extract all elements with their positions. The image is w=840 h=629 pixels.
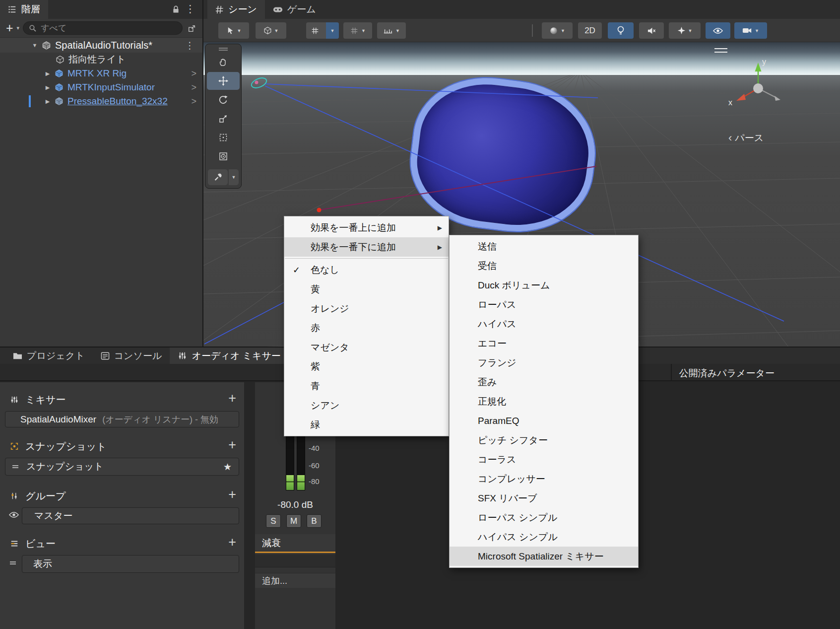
view-row[interactable]: 表示: [22, 555, 239, 573]
menu-color-magenta[interactable]: マゼンタ: [284, 338, 449, 357]
create-object-button[interactable]: +: [6, 22, 13, 34]
menu-color-cyan[interactable]: シアン: [284, 396, 449, 415]
eye-icon[interactable]: [9, 511, 19, 518]
effects-menu-item-distortion[interactable]: 歪み: [450, 372, 638, 392]
effects-menu-item-flange[interactable]: フランジ: [450, 353, 638, 372]
prefab-open-arrow[interactable]: >: [191, 96, 196, 107]
hierarchy-item-pressable-button[interactable]: ▶ PressableButton_32x32 >: [0, 94, 202, 108]
menu-color-blue[interactable]: 青: [284, 376, 449, 396]
effects-menu-item-pitch-shifter[interactable]: ピッチ シフター: [450, 430, 638, 450]
effects-menu-item-duck-volume[interactable]: Duck ボリューム: [450, 276, 638, 295]
effects-menu-item-sfx-reverb[interactable]: SFX リバーブ: [450, 489, 638, 508]
start-snapshot-star-icon[interactable]: ★: [223, 461, 232, 473]
palette-grip[interactable]: [205, 46, 241, 52]
tab-scene[interactable]: シーン: [207, 0, 265, 19]
grid-snap-dropdown[interactable]: ▼: [306, 22, 339, 39]
scale-tool-button[interactable]: [207, 110, 240, 128]
custom-tool-button[interactable]: [208, 169, 228, 185]
effects-menu-item-send[interactable]: 送信: [450, 237, 638, 256]
2d-toggle-button[interactable]: 2D: [578, 22, 602, 39]
foldout-closed-icon[interactable]: ▶: [45, 98, 51, 105]
hierarchy-item-label: 指向性ライト: [68, 53, 126, 66]
tab-console[interactable]: コンソール: [93, 348, 170, 364]
lighting-toggle-button[interactable]: [608, 22, 634, 39]
menu-color-green[interactable]: 緑: [284, 415, 449, 434]
tab-project[interactable]: プロジェクト: [5, 348, 93, 364]
snapshot-row[interactable]: スナップショット ★: [5, 458, 239, 476]
shading-mode-dropdown[interactable]: ▼: [542, 22, 573, 39]
transform-tool-button[interactable]: [207, 147, 240, 165]
effects-menu-item-lowpass-simple[interactable]: ローパス シンプル: [450, 508, 638, 527]
menu-color-red[interactable]: 赤: [284, 318, 449, 338]
hierarchy-search-input[interactable]: すべて: [23, 21, 183, 35]
viewport-overlay-menu-icon[interactable]: [714, 48, 727, 53]
menu-color-purple[interactable]: 紫: [284, 357, 449, 376]
bypass-button[interactable]: B: [307, 514, 322, 528]
move-tool-button[interactable]: [207, 72, 240, 90]
pick-window-icon[interactable]: [188, 24, 196, 33]
add-snapshot-button[interactable]: +: [228, 437, 236, 453]
hierarchy-item-mrtk-xr-rig[interactable]: ▶ MRTK XR Rig >: [0, 67, 202, 80]
menu-color-none[interactable]: ✓ 色なし: [284, 260, 449, 280]
effects-menu-item-microsoft-spatializer[interactable]: Microsoft Spatializer ミキサー: [450, 547, 638, 566]
scene-grid-icon: [215, 5, 224, 14]
rect-tool-button[interactable]: [207, 129, 240, 146]
effects-menu-item-compressor[interactable]: コンプレッサー: [450, 469, 638, 489]
custom-tool-caret[interactable]: ▼: [229, 169, 239, 185]
master-group-row[interactable]: マスター: [22, 507, 239, 524]
tab-audio-mixer[interactable]: オーディオ ミキサー: [170, 348, 288, 364]
attenuation-effect-slot[interactable]: 減衰: [255, 534, 335, 553]
effects-menu-item-parameq[interactable]: ParamEQ: [450, 411, 638, 430]
effects-menu-item-lowpass[interactable]: ローパス: [450, 295, 638, 314]
camera-settings-dropdown[interactable]: ▼: [734, 22, 767, 39]
selection-tool-dropdown[interactable]: ▼: [218, 22, 249, 39]
dropdown-caret-icon[interactable]: ▼: [326, 22, 339, 39]
menu-color-yellow[interactable]: 黄: [284, 280, 449, 299]
mixer-asset-row[interactable]: SpatialAudioMixer (オーディオ リスナー) - 無効: [5, 411, 239, 427]
add-view-button[interactable]: +: [228, 535, 236, 550]
tab-game[interactable]: ゲーム: [265, 0, 324, 19]
snap-increment-dropdown[interactable]: ▼: [377, 22, 406, 39]
grid-visibility-dropdown[interactable]: ▼: [343, 22, 372, 39]
pivot-mode-dropdown[interactable]: ▼: [256, 22, 286, 39]
scene-header-row[interactable]: ▼ SpatialAudioTutorials* ⋮: [0, 38, 202, 53]
add-effect-button[interactable]: 追加...: [255, 573, 335, 588]
gizmo-x-label[interactable]: x: [728, 98, 732, 107]
audio-source-gizmo[interactable]: [250, 76, 268, 90]
lock-icon[interactable]: [172, 5, 180, 13]
hierarchy-item-mrtk-input-simulator[interactable]: ▶ MRTKInputSimulator >: [0, 80, 202, 94]
hierarchy-item-directional-light[interactable]: 指向性ライト: [0, 53, 202, 67]
foldout-closed-icon[interactable]: ▶: [45, 70, 51, 77]
exposed-parameters-button[interactable]: 公開済みパラメーター: [679, 367, 775, 380]
create-object-caret-icon[interactable]: ▾: [17, 25, 20, 31]
menu-color-orange[interactable]: オレンジ: [284, 299, 449, 318]
hierarchy-kebab-icon[interactable]: ⋮: [185, 3, 195, 15]
meter-tick-80: -80: [309, 477, 320, 486]
add-mixer-button[interactable]: +: [228, 391, 236, 406]
rotate-tool-button[interactable]: [207, 91, 240, 109]
scene-kebab-icon[interactable]: ⋮: [185, 40, 194, 51]
solo-button[interactable]: S: [266, 514, 281, 528]
mute-button[interactable]: M: [286, 514, 301, 528]
menu-add-effect-bottom[interactable]: 効果を一番下に追加 ▶: [284, 237, 449, 257]
add-group-button[interactable]: +: [228, 487, 236, 502]
scene-visibility-toggle[interactable]: [706, 22, 730, 39]
tab-hierarchy[interactable]: 階層: [0, 0, 48, 19]
menu-add-effect-top[interactable]: 効果を一番上に追加 ▶: [284, 218, 449, 237]
effects-menu-item-echo[interactable]: エコー: [450, 334, 638, 353]
perspective-toggle[interactable]: ‹ パース: [728, 132, 764, 144]
prefab-open-arrow[interactable]: >: [191, 69, 196, 79]
effects-menu-item-highpass-simple[interactable]: ハイパス シンプル: [450, 527, 638, 547]
gizmo-y-label[interactable]: y: [762, 58, 766, 66]
foldout-closed-icon[interactable]: ▶: [45, 84, 51, 91]
effects-menu-item-normalize[interactable]: 正規化: [450, 392, 638, 411]
orientation-gizmo[interactable]: y x: [726, 56, 790, 121]
effects-menu-item-receive[interactable]: 受信: [450, 256, 638, 276]
foldout-open-icon[interactable]: ▼: [32, 42, 38, 48]
effects-dropdown[interactable]: ▼: [669, 22, 701, 39]
effects-menu-item-highpass[interactable]: ハイパス: [450, 314, 638, 334]
prefab-open-arrow[interactable]: >: [191, 82, 196, 93]
effects-menu-item-chorus[interactable]: コーラス: [450, 450, 638, 469]
audio-toggle-button[interactable]: [639, 22, 664, 39]
hand-tool-button[interactable]: [207, 53, 240, 71]
